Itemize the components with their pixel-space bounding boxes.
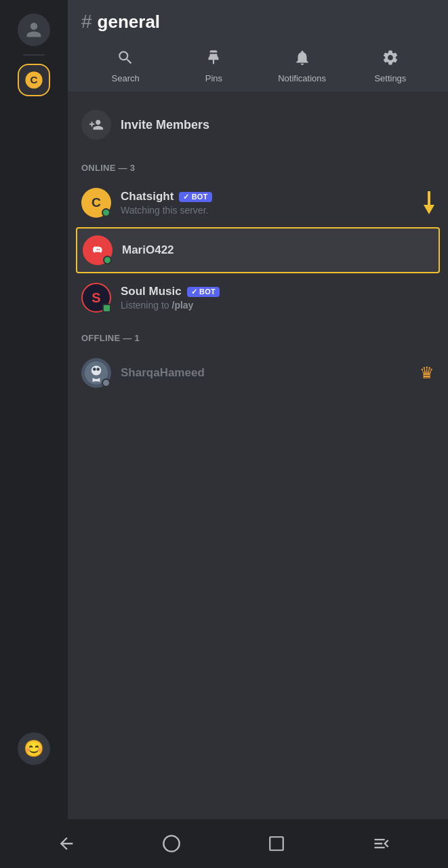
channel-title: # general — [81, 11, 434, 33]
soul-name-row: Soul Music ✓ BOT — [121, 285, 434, 298]
mario-info: MariO422 — [122, 243, 433, 257]
user-avatar[interactable] — [18, 14, 50, 46]
soul-bot-label: BOT — [199, 288, 216, 296]
toolbar-notifications[interactable]: Notifications — [275, 49, 329, 83]
channel-header: # general Search — [68, 0, 448, 92]
settings-icon — [382, 49, 399, 71]
arrow-shaft — [428, 191, 430, 205]
server-icon-chatsight[interactable]: C — [18, 64, 50, 96]
soul-status: Listening to /play — [121, 300, 434, 311]
invite-members-button[interactable]: Invite Members — [76, 103, 440, 146]
pins-label: Pins — [205, 73, 222, 83]
sharqa-status-dot — [102, 378, 110, 387]
soul-info: Soul Music ✓ BOT Listening to /play — [121, 285, 434, 311]
sharqa-name-row: SharqaHameed — [121, 366, 410, 380]
invite-label: Invite Members — [121, 118, 209, 132]
home-button[interactable] — [155, 827, 188, 860]
svg-text:C: C — [91, 195, 101, 210]
crown-icon: ♛ — [420, 363, 434, 382]
chatsight-arrow-indicator — [424, 191, 434, 214]
mario-status-dot — [103, 256, 112, 264]
chatsight-name: Chatsight — [121, 190, 174, 203]
menu-button[interactable] — [365, 827, 398, 860]
member-mario[interactable]: MariO422 — [76, 227, 440, 273]
toolbar-search[interactable]: Search — [98, 49, 152, 83]
chatsight-info: Chatsight ✓ BOT Watching this server. — [121, 190, 414, 216]
member-sharqa[interactable]: SharqaHameed ♛ — [76, 351, 440, 395]
svg-text:C: C — [30, 74, 37, 85]
online-section-header: ONLINE — 3 — [76, 157, 440, 178]
main-content: # general Search — [68, 0, 448, 819]
chatsight-status-dot — [102, 208, 110, 217]
chatsight-name-row: Chatsight ✓ BOT — [121, 190, 414, 203]
mario-name: MariO422 — [122, 243, 174, 257]
sharqa-avatar-wrapper — [81, 358, 111, 388]
members-list: Invite Members ONLINE — 3 C Chatsight — [68, 92, 448, 819]
mario-avatar-wrapper — [83, 235, 113, 265]
sharqa-info: SharqaHameed — [121, 366, 410, 380]
arrow-head — [424, 205, 434, 214]
pins-icon — [205, 49, 222, 71]
bot-label: BOT — [192, 193, 208, 201]
emoji-button[interactable]: 😊 — [18, 732, 50, 765]
offline-section-header: OFFLINE — 1 — [76, 328, 440, 349]
member-chatsight[interactable]: C Chatsight ✓ BOT Watching this server. — [76, 181, 440, 224]
search-icon — [117, 49, 134, 71]
notifications-icon — [293, 49, 311, 71]
recents-button[interactable] — [260, 827, 293, 860]
toolbar: Search Pins Notifi — [81, 43, 434, 92]
toolbar-pins[interactable]: Pins — [186, 49, 241, 83]
svg-point-6 — [93, 368, 96, 371]
bot-check-icon: ✓ — [183, 193, 189, 201]
soul-bot-badge: ✓ BOT — [187, 287, 220, 297]
soul-avatar-wrapper: S — [81, 283, 111, 313]
mario-name-row: MariO422 — [122, 243, 433, 257]
svg-point-8 — [163, 835, 179, 851]
notifications-label: Notifications — [278, 73, 326, 83]
left-sidebar: C 😊 — [0, 0, 68, 819]
toolbar-settings[interactable]: Settings — [363, 49, 418, 83]
svg-rect-9 — [270, 837, 283, 850]
soul-name: Soul Music — [121, 285, 182, 298]
member-soul-music[interactable]: S Soul Music ✓ BOT Listening to /play — [76, 276, 440, 319]
bottom-nav — [0, 819, 448, 868]
chatsight-status: Watching this server. — [121, 205, 414, 216]
search-label: Search — [112, 73, 140, 83]
svg-point-7 — [96, 368, 100, 371]
hash-icon: # — [81, 11, 92, 33]
chatsight-bot-badge: ✓ BOT — [179, 192, 211, 202]
sharqa-name: SharqaHameed — [121, 366, 205, 380]
invite-icon — [81, 110, 111, 140]
sidebar-divider — [23, 54, 45, 56]
chatsight-avatar-wrapper: C — [81, 188, 111, 218]
soul-status-dot — [102, 304, 111, 313]
back-button[interactable] — [50, 827, 83, 860]
soul-bot-check: ✓ — [191, 288, 197, 296]
channel-name: general — [98, 12, 161, 33]
settings-label: Settings — [374, 73, 406, 83]
svg-point-5 — [91, 366, 101, 375]
